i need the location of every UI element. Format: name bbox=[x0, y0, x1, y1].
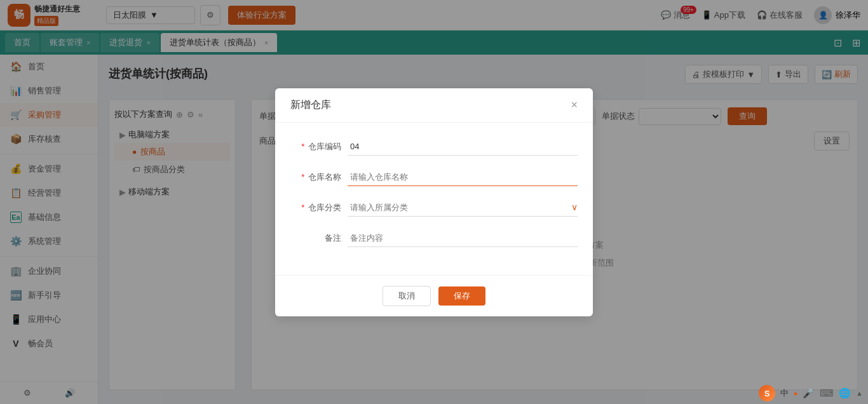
required-star-category: * bbox=[301, 203, 304, 212]
form-row-name: * 仓库名称 bbox=[290, 168, 578, 186]
remark-input[interactable] bbox=[348, 229, 578, 247]
code-label-text: 仓库编码 bbox=[308, 142, 341, 151]
warehouse-code-input[interactable] bbox=[348, 138, 578, 156]
modal-close-icon[interactable]: × bbox=[571, 98, 578, 112]
category-select-row: ∨ bbox=[348, 199, 578, 217]
bottom-chevron-icon[interactable]: ▲ bbox=[856, 389, 863, 397]
bottom-bar: S 中 ◆ 🎤 ⌨ 🌐 ▲ bbox=[754, 382, 868, 404]
form-row-code: * 仓库编码 bbox=[290, 138, 578, 156]
bottom-logo: S bbox=[759, 385, 775, 401]
modal-header: 新增仓库 × bbox=[275, 88, 593, 123]
name-label: * 仓库名称 bbox=[290, 172, 348, 183]
form-row-remark: 备注 bbox=[290, 229, 578, 247]
cancel-button[interactable]: 取消 bbox=[383, 286, 431, 306]
bottom-lang-icon[interactable]: 🌐 bbox=[839, 387, 851, 399]
warehouse-name-input[interactable] bbox=[348, 168, 578, 186]
category-input[interactable] bbox=[348, 199, 571, 216]
modal-overlay[interactable]: 新增仓库 × * 仓库编码 * 仓库名称 bbox=[0, 0, 868, 404]
modal-new-warehouse: 新增仓库 × * 仓库编码 * 仓库名称 bbox=[275, 88, 593, 316]
code-label: * 仓库编码 bbox=[290, 141, 348, 152]
category-label-text: 仓库分类 bbox=[308, 203, 341, 212]
remark-label-text: 备注 bbox=[325, 233, 341, 243]
remark-label: 备注 bbox=[290, 232, 348, 244]
form-row-category: * 仓库分类 ∨ bbox=[290, 199, 578, 217]
modal-title: 新增仓库 bbox=[290, 98, 331, 112]
category-label: * 仓库分类 bbox=[290, 202, 348, 213]
save-button[interactable]: 保存 bbox=[438, 286, 485, 306]
category-dropdown-icon[interactable]: ∨ bbox=[571, 202, 578, 212]
bottom-keyboard-icon[interactable]: ⌨ bbox=[820, 387, 834, 399]
name-label-text: 仓库名称 bbox=[308, 172, 341, 182]
modal-footer: 取消 保存 bbox=[275, 275, 593, 316]
required-star-name: * bbox=[301, 172, 304, 182]
bottom-chinese-icon[interactable]: 中 bbox=[780, 387, 789, 399]
modal-body: * 仓库编码 * 仓库名称 * 仓库分类 bbox=[275, 123, 593, 275]
bottom-dot-icon: ◆ bbox=[794, 391, 797, 396]
required-star-code: * bbox=[301, 142, 304, 151]
bottom-mic-icon[interactable]: 🎤 bbox=[803, 387, 815, 399]
